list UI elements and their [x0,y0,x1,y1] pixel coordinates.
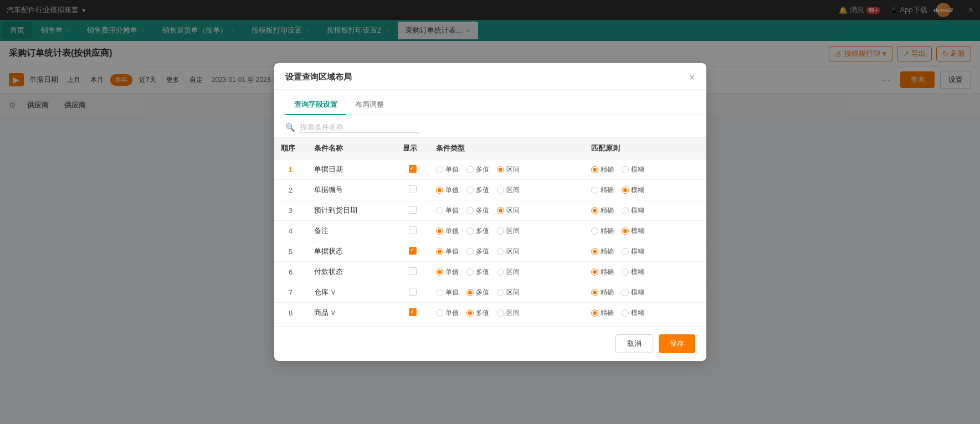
modal-tabs: 查询字段设置 布局调整 [274,90,706,115]
tab-query-fields[interactable]: 查询字段设置 [285,95,346,115]
modal-header: 设置查询区域布局 × [274,63,706,90]
tab-layout-adjust[interactable]: 布局调整 [346,95,393,115]
modal-search-bar: 🔍 [274,115,706,117]
settings-modal: 设置查询区域布局 × 查询字段设置 布局调整 🔍 顺序 [274,63,706,117]
modal-overlay: 设置查询区域布局 × 查询字段设置 布局调整 🔍 顺序 [0,0,980,117]
modal-close-button[interactable]: × [689,73,695,82]
modal-title: 设置查询区域布局 [285,72,352,82]
